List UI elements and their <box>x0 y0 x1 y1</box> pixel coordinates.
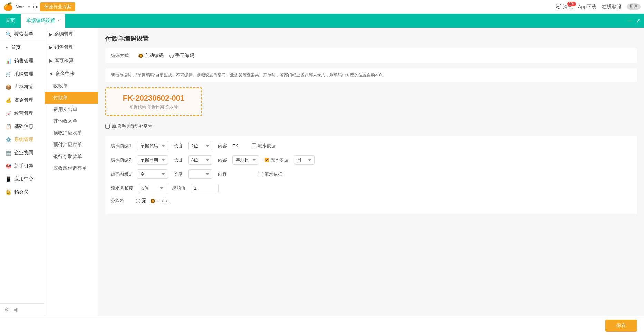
auto-fill-label: 新增单据自动补空号 <box>112 123 152 129</box>
sec-advance-receipt-label: 预收冲应收单 <box>53 130 82 136</box>
prefix2-content-select[interactable]: 年月日 <box>232 155 259 165</box>
bottom-bar: 保存 <box>0 316 644 335</box>
sec-item-payment[interactable]: 付款单 <box>45 92 98 104</box>
search-menu[interactable]: 🔍 搜索菜单 <box>0 28 45 41</box>
left-sidebar: 🔍 搜索菜单 ⌂ 首页 📊 销售管理 🛒 采购管理 📦 库存核算 💰 资金管理 … <box>0 28 45 316</box>
tab-encoding-label: 单据编码设置 <box>26 18 55 24</box>
app-download[interactable]: App下载 <box>578 4 596 10</box>
sec-group-sales[interactable]: ▶ 销售管理 <box>45 41 98 54</box>
tab-close-icon[interactable]: × <box>57 18 60 23</box>
prefix1-label: 编码前缀1 <box>111 143 132 149</box>
sec-group-finance[interactable]: ▼ 资金往来 <box>45 67 98 80</box>
online-service[interactable]: 在线客服 <box>602 4 621 10</box>
auto-fill-checkbox[interactable] <box>105 124 110 129</box>
auto-fill-row: 新增单据自动补空号 <box>105 123 637 129</box>
sep-none-radio[interactable] <box>136 199 140 203</box>
serial-length-select[interactable]: 3位 <box>139 184 166 193</box>
prefix3-length-select[interactable] <box>188 169 212 179</box>
sec-group-inventory[interactable]: ▶ 库存核算 <box>45 54 98 67</box>
sidebar-item-home[interactable]: ⌂ 首页 <box>0 41 45 54</box>
sec-group-purchase[interactable]: ▶ 采购管理 <box>45 28 98 41</box>
purchase-icon: 🛒 <box>6 71 11 77</box>
sidebar-item-purchase[interactable]: 🛒 采购管理 <box>0 67 45 81</box>
sec-item-expense[interactable]: 费用支出单 <box>45 104 98 115</box>
sep-dash-radio[interactable] <box>151 199 155 203</box>
prefix2-length-select[interactable]: 8位 <box>188 155 212 165</box>
search-label: 搜索菜单 <box>14 31 33 37</box>
sidebar-newguide-label: 新手引导 <box>14 163 33 169</box>
nav-tabs: 首页 单据编码设置 × — ⤢ <box>0 14 644 28</box>
sidebar-operations-label: 经营管理 <box>14 110 33 117</box>
encoding-radio-group: 自动编码 手工编码 <box>138 53 194 59</box>
sidebar-item-operations[interactable]: 📈 经营管理 <box>0 107 45 120</box>
message-wrap[interactable]: 💬 消息 99+ <box>556 4 573 10</box>
sep-none-label: 无 <box>142 198 146 204</box>
finance-icon: 💰 <box>6 97 11 103</box>
tab-home[interactable]: 首页 <box>0 14 21 28</box>
sidebar-enterprise-label: 企业协同 <box>14 150 33 156</box>
settings-bottom-icon[interactable]: ⚙ <box>4 306 9 313</box>
sec-bank-label: 银行存取款单 <box>53 153 82 159</box>
maximize-icon[interactable]: ⤢ <box>636 18 641 24</box>
serial-start-label: 起始值 <box>172 185 185 192</box>
prefix1-length-select[interactable]: 2位 <box>188 141 212 150</box>
sidebar-item-appcenter[interactable]: 📱 应用中心 <box>0 173 45 186</box>
encoding-manual-option[interactable]: 手工编码 <box>169 53 194 59</box>
company-logo: 🍊 <box>3 2 13 11</box>
sidebar-purchase-label: 采购管理 <box>14 71 33 77</box>
encoding-manual-radio[interactable] <box>169 54 174 58</box>
main-layout: 🔍 搜索菜单 ⌂ 首页 📊 销售管理 🛒 采购管理 📦 库存核算 💰 资金管理 … <box>0 28 644 316</box>
save-button[interactable]: 保存 <box>605 320 637 332</box>
prefix1-select[interactable]: 单据代码 <box>137 141 168 150</box>
sep-dot-radio[interactable] <box>162 199 167 203</box>
prefix3-serial-wrap: 流水依据 <box>259 171 282 177</box>
serial-start-input[interactable] <box>191 184 219 193</box>
encoding-auto-radio[interactable] <box>138 54 143 58</box>
sep-dash-option[interactable]: - <box>151 198 158 204</box>
tab-encoding-settings[interactable]: 单据编码设置 × <box>21 14 65 28</box>
minimize-icon[interactable]: — <box>627 18 633 24</box>
sidebar-item-basic[interactable]: 📋 基础信息 <box>0 120 45 133</box>
prefix2-serial-checkbox[interactable] <box>265 158 269 162</box>
sec-item-adjustment[interactable]: 应收应付调整单 <box>45 162 98 174</box>
prefix3-row: 编码前缀3 空 长度 内容 流水依据 <box>111 169 632 179</box>
top-bar-left: 🍊 Nare ▾ ⚙ 体验行业方案 <box>3 2 556 11</box>
sidebar-item-enterprise[interactable]: 🏢 企业协同 <box>0 146 45 159</box>
sidebar-item-finance[interactable]: 💰 资金管理 <box>0 94 45 107</box>
newguide-icon: 🎯 <box>6 163 11 169</box>
sidebar-finance-label: 资金管理 <box>14 97 33 103</box>
serial-number-row: 流水号长度 3位 起始值 <box>111 184 632 193</box>
company-name: Nare <box>16 4 25 9</box>
user-avatar[interactable]: 用户 <box>627 3 641 10</box>
sep-dot-option[interactable]: . <box>162 198 170 204</box>
sec-sales-arrow: ▶ <box>49 45 53 50</box>
sec-item-advance-receipt[interactable]: 预收冲应收单 <box>45 127 98 139</box>
sec-receipt-label: 收款单 <box>53 83 68 89</box>
message-icon: 💬 <box>556 4 561 9</box>
sidebar-item-system[interactable]: ⚙️ 系统管理 <box>0 133 45 146</box>
sec-item-receipt[interactable]: 收款单 <box>45 80 98 92</box>
prefix3-label: 编码前缀3 <box>111 171 132 177</box>
collapse-icon[interactable]: ◀ <box>13 306 17 313</box>
sidebar-item-newguide[interactable]: 🎯 新手引导 <box>0 159 45 173</box>
sep-none-option[interactable]: 无 <box>136 198 146 204</box>
trial-button[interactable]: 体验行业方案 <box>40 2 75 11</box>
prefix3-select[interactable]: 空 <box>137 169 168 179</box>
settings-icon[interactable]: ⚙ <box>33 4 37 10</box>
company-dropdown-icon[interactable]: ▾ <box>28 4 30 9</box>
prefix1-row: 编码前缀1 单据代码 长度 2位 内容 FK 流水依据 <box>111 141 632 150</box>
sidebar-item-sales[interactable]: 📊 销售管理 <box>0 54 45 67</box>
sec-item-bank[interactable]: 银行存取款单 <box>45 151 98 162</box>
prefix1-serial-checkbox[interactable] <box>252 143 256 148</box>
sidebar-item-inventory[interactable]: 📦 库存核算 <box>0 81 45 94</box>
sec-item-advance-payment[interactable]: 预付冲应付单 <box>45 139 98 151</box>
sec-advance-payment-label: 预付冲应付单 <box>53 142 82 147</box>
prefix3-serial-checkbox[interactable] <box>259 172 263 176</box>
encoding-auto-option[interactable]: 自动编码 <box>138 53 164 59</box>
sec-item-other-income[interactable]: 其他收入单 <box>45 115 98 127</box>
sidebar-item-member[interactable]: 👑 畅会员 <box>0 186 45 199</box>
prefix2-select[interactable]: 单据日期 <box>137 155 168 165</box>
prefix2-unit-select[interactable]: 日 <box>294 155 315 165</box>
basic-icon: 📋 <box>6 124 11 129</box>
sec-finance-label: 资金往来 <box>55 71 75 77</box>
